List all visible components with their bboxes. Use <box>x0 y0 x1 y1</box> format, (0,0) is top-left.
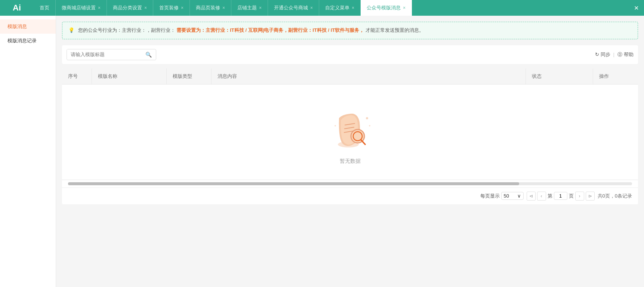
help-label: 帮助 <box>624 51 634 58</box>
search-input-wrapper: 🔍 <box>67 49 156 60</box>
close-all-button[interactable]: ✕ <box>628 0 644 16</box>
divider: | <box>613 52 614 57</box>
col-header-seq: 序号 <box>62 68 92 84</box>
col-header-action: 操作 <box>593 68 638 84</box>
chevron-down-icon: ∨ <box>517 193 521 199</box>
nav-tab-list: 首页微商城店铺设置×商品分类设置×首页装修×商品页装修×店铺主题×开通公众号商城… <box>34 0 628 16</box>
sync-label: 同步 <box>601 51 610 58</box>
pagination: 每页显示 50 ∨ ⊲ ‹ 第 页 › ⊳ 共0页，0条记录 <box>62 187 638 204</box>
search-input[interactable] <box>67 49 142 59</box>
close-tab-template-msg[interactable]: × <box>403 5 406 10</box>
next-page-button[interactable]: › <box>575 192 584 201</box>
page-total: 共0页，0条记录 <box>598 193 632 199</box>
col-header-status: 状态 <box>526 68 593 84</box>
page-size-dropdown[interactable]: 50 ∨ <box>501 192 524 200</box>
close-tab-shop-theme[interactable]: × <box>259 5 262 10</box>
nav-tab-product-decor[interactable]: 商品页装修× <box>190 0 231 16</box>
search-row: 🔍 ↻ 同步 | ⓪ 帮助 <box>62 45 638 64</box>
content-area: 💡 您的公众号行业为：主营行业：，副营行业： 需要设置为：主营行业：IT科技 /… <box>56 16 644 287</box>
empty-state: 暂无数据 <box>62 85 638 180</box>
first-page-button[interactable]: ⊲ <box>527 192 536 201</box>
sync-icon: ↻ <box>595 52 599 57</box>
nav-tab-shop-theme[interactable]: 店铺主题× <box>231 0 268 16</box>
page-navigation: ⊲ ‹ 第 页 › ⊳ <box>527 192 595 201</box>
svg-point-7 <box>366 117 368 119</box>
close-tab-category-settings[interactable]: × <box>144 5 147 10</box>
prev-page-button[interactable]: ‹ <box>537 192 546 201</box>
toolbar-right: ↻ 同步 | ⓪ 帮助 <box>595 51 634 58</box>
sidebar-item-template-msg-record[interactable]: 模版消息记录 <box>0 34 56 48</box>
nav-tab-template-msg[interactable]: 公众号模版消息× <box>361 0 412 16</box>
close-tab-shop-settings[interactable]: × <box>98 5 101 10</box>
page-input[interactable] <box>554 192 567 200</box>
table-header: 序号 模版名称 模版类型 消息内容 状态 操作 <box>62 68 638 85</box>
sidebar-item-template-msg[interactable]: 模版消息 <box>0 19 56 34</box>
help-button[interactable]: ⓪ 帮助 <box>617 51 634 58</box>
nav-tab-category-settings[interactable]: 商品分类设置× <box>107 0 153 16</box>
last-page-button[interactable]: ⊳ <box>586 192 595 201</box>
info-highlight: 需要设置为：主营行业：IT科技 / 互联网|电子商务，副营行业：IT科技 / I… <box>176 27 364 33</box>
empty-icon <box>328 107 373 152</box>
nav-tab-open-mall[interactable]: 开通公众号商城× <box>268 0 319 16</box>
close-tab-product-decor[interactable]: × <box>222 5 225 10</box>
info-prefix: 您的公众号行业为：主营行业：，副营行业： <box>78 27 175 33</box>
top-navigation: Ai 首页微商城店铺设置×商品分类设置×首页装修×商品页装修×店铺主题×开通公众… <box>0 0 644 16</box>
nav-tab-homepage-decor[interactable]: 首页装修× <box>153 0 190 16</box>
main-layout: 模版消息模版消息记录 💡 您的公众号行业为：主营行业：，副营行业： 需要设置为：… <box>0 16 644 287</box>
svg-point-8 <box>369 125 370 126</box>
page-size-select: 每页显示 50 ∨ <box>480 192 524 200</box>
scrollbar-thumb[interactable] <box>68 182 519 185</box>
bulb-icon: 💡 <box>68 27 74 33</box>
empty-text: 暂无数据 <box>340 158 361 165</box>
nav-tab-custom-menu[interactable]: 自定义菜单× <box>319 0 361 16</box>
svg-point-9 <box>335 125 336 126</box>
info-banner: 💡 您的公众号行业为：主营行业：，副营行业： 需要设置为：主营行业：IT科技 /… <box>62 22 638 39</box>
col-header-name: 模版名称 <box>92 68 167 84</box>
search-button[interactable]: 🔍 <box>142 49 155 60</box>
help-icon: ⓪ <box>617 51 622 58</box>
page-size-value: 50 <box>504 193 509 199</box>
info-suffix: 才能正常发送预置的消息。 <box>366 27 424 33</box>
nav-tab-shop-settings[interactable]: 微商城店铺设置× <box>56 0 107 16</box>
col-header-content: 消息内容 <box>212 68 526 84</box>
page-suffix: 页 <box>569 193 574 199</box>
app-logo: Ai <box>0 0 34 16</box>
page-prefix: 第 <box>548 193 552 199</box>
scrollbar-row <box>62 180 638 187</box>
sidebar: 模版消息模版消息记录 <box>0 16 56 287</box>
scrollbar-track[interactable] <box>68 182 632 185</box>
close-tab-homepage-decor[interactable]: × <box>181 5 184 10</box>
table-wrapper: 序号 模版名称 模版类型 消息内容 状态 操作 <box>62 68 638 204</box>
close-tab-custom-menu[interactable]: × <box>352 5 354 10</box>
sync-button[interactable]: ↻ 同步 <box>595 51 610 58</box>
nav-tab-home[interactable]: 首页 <box>34 0 56 16</box>
close-tab-open-mall[interactable]: × <box>310 5 313 10</box>
col-header-type: 模版类型 <box>167 68 212 84</box>
page-size-label: 每页显示 <box>480 193 500 199</box>
